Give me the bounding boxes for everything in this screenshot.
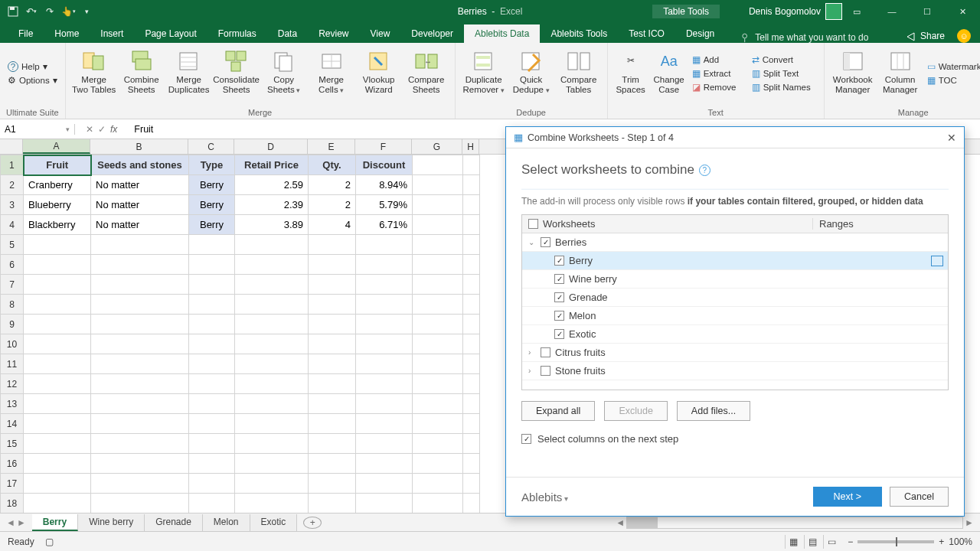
cell[interactable] <box>24 374 91 394</box>
select-all-checkbox[interactable] <box>528 219 538 229</box>
cell[interactable]: 6.71% <box>356 215 413 235</box>
cell[interactable] <box>463 215 480 235</box>
tab-data[interactable]: Data <box>267 24 308 43</box>
hscroll-left-icon[interactable]: ◄ <box>616 517 625 528</box>
sheet-tab[interactable]: Wine berry <box>78 514 145 531</box>
column-header-E[interactable]: E <box>308 139 355 154</box>
cell[interactable]: 8.94% <box>356 175 413 195</box>
cell[interactable] <box>463 235 480 255</box>
cell[interactable] <box>356 494 413 514</box>
cell[interactable] <box>235 255 309 275</box>
tab-page-layout[interactable]: Page Layout <box>134 24 207 43</box>
cell[interactable] <box>309 394 356 414</box>
cell[interactable] <box>24 454 91 474</box>
close-icon[interactable]: ✕ <box>945 0 980 23</box>
cell[interactable]: 2 <box>309 195 356 215</box>
macro-record-icon[interactable]: ▢ <box>45 536 54 547</box>
cell[interactable] <box>463 334 480 354</box>
column-header-A[interactable]: A <box>23 139 90 154</box>
cell[interactable] <box>189 255 235 275</box>
row-header[interactable]: 1 <box>1 155 24 175</box>
cell[interactable]: 2 <box>309 175 356 195</box>
cell[interactable] <box>189 334 235 354</box>
cell[interactable] <box>189 474 235 494</box>
merge-duplicates-button[interactable]: Merge Duplicates <box>165 46 213 95</box>
cell[interactable] <box>189 295 235 315</box>
row-header[interactable]: 12 <box>1 374 24 394</box>
cell[interactable] <box>463 394 480 414</box>
cell[interactable] <box>413 434 463 454</box>
cell[interactable] <box>91 394 189 414</box>
tab-ablebits-tools[interactable]: Ablebits Tools <box>540 24 618 43</box>
remove-text-button[interactable]: ◪Remove <box>689 81 749 93</box>
range-picker-icon[interactable] <box>931 256 943 266</box>
cell[interactable] <box>91 255 189 275</box>
cell[interactable] <box>463 275 480 295</box>
row-header[interactable]: 8 <box>1 295 24 315</box>
row-header[interactable]: 11 <box>1 354 24 374</box>
cell[interactable] <box>463 295 480 315</box>
cell[interactable] <box>413 215 463 235</box>
row-header[interactable]: 10 <box>1 334 24 354</box>
combine-sheets-button[interactable]: Combine Sheets <box>118 46 165 95</box>
cell[interactable]: 3.89 <box>235 215 309 235</box>
info-icon[interactable]: ? <box>699 165 710 176</box>
merge-cells-button[interactable]: Merge Cells <box>308 46 355 95</box>
cell[interactable] <box>356 295 413 315</box>
cell[interactable] <box>235 494 309 514</box>
cell[interactable]: Seeds and stones <box>91 155 189 175</box>
cell[interactable] <box>413 414 463 434</box>
cell[interactable] <box>91 434 189 454</box>
cell[interactable] <box>24 295 91 315</box>
cell[interactable] <box>463 175 480 195</box>
cell[interactable] <box>413 155 463 175</box>
cell[interactable] <box>235 354 309 374</box>
workbook-node[interactable]: Citrus fruits <box>555 347 606 358</box>
cell[interactable] <box>24 394 91 414</box>
page-break-view-icon[interactable]: ▭ <box>823 535 840 549</box>
normal-view-icon[interactable]: ▦ <box>785 535 802 549</box>
cell[interactable] <box>91 414 189 434</box>
column-header-G[interactable]: G <box>412 139 462 154</box>
column-header-C[interactable]: C <box>188 139 234 154</box>
save-icon[interactable] <box>6 3 20 20</box>
copy-sheets-button[interactable]: Copy Sheets <box>260 46 308 95</box>
cell[interactable] <box>356 275 413 295</box>
cell[interactable] <box>189 494 235 514</box>
cell[interactable] <box>309 494 356 514</box>
cell[interactable] <box>309 334 356 354</box>
cell[interactable] <box>413 374 463 394</box>
cell[interactable] <box>463 414 480 434</box>
sheet-node[interactable]: Exotic <box>569 328 596 340</box>
horizontal-scrollbar[interactable] <box>626 517 963 529</box>
cell[interactable] <box>91 295 189 315</box>
cell[interactable] <box>24 275 91 295</box>
workbook-manager-button[interactable]: Workbook Manager <box>829 46 877 101</box>
cell[interactable]: 2.39 <box>235 195 309 215</box>
cell[interactable] <box>24 255 91 275</box>
cell[interactable] <box>189 454 235 474</box>
cell[interactable] <box>24 235 91 255</box>
cell[interactable] <box>189 235 235 255</box>
cell[interactable] <box>463 354 480 374</box>
cell[interactable] <box>309 474 356 494</box>
cell[interactable] <box>309 354 356 374</box>
cell[interactable] <box>463 195 480 215</box>
tab-view[interactable]: View <box>360 24 401 43</box>
cell[interactable]: Berry <box>189 215 235 235</box>
page-layout-view-icon[interactable]: ▤ <box>804 535 821 549</box>
cell[interactable] <box>413 235 463 255</box>
cell[interactable] <box>91 354 189 374</box>
feedback-icon[interactable]: ☺ <box>957 29 971 43</box>
cell[interactable] <box>235 334 309 354</box>
expand-icon[interactable]: › <box>528 367 536 375</box>
workbook-node[interactable]: Stone fruits <box>555 365 606 377</box>
row-header[interactable]: 5 <box>1 235 24 255</box>
compare-sheets-button[interactable]: ↔Compare Sheets <box>403 46 450 95</box>
cell[interactable] <box>356 235 413 255</box>
cell[interactable]: 2.59 <box>235 175 309 195</box>
cell[interactable]: Berry <box>189 195 235 215</box>
cell[interactable] <box>413 334 463 354</box>
cell[interactable] <box>24 414 91 434</box>
column-manager-button[interactable]: Column Manager <box>877 46 924 101</box>
